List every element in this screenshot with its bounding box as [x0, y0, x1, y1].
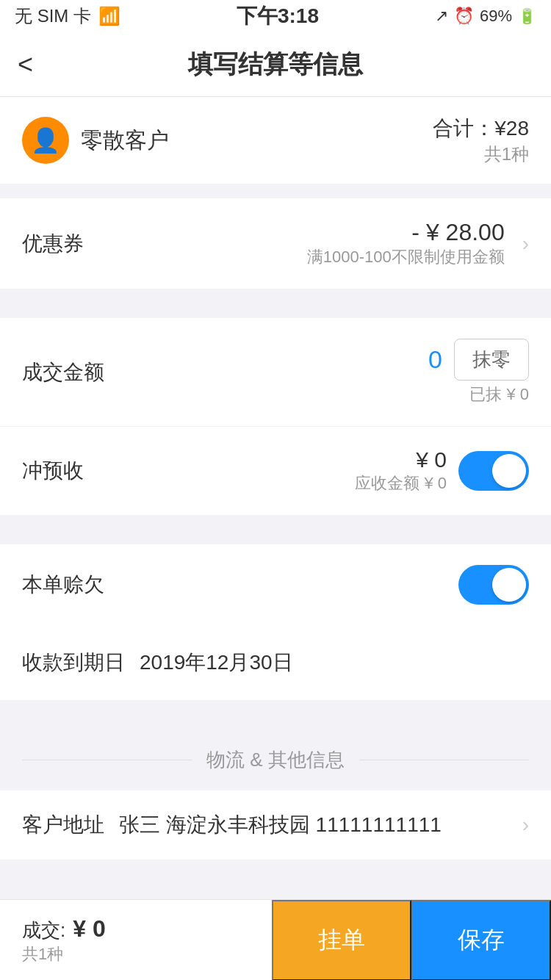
debt-label: 本单赊欠: [22, 571, 104, 599]
debt-row: 本单赊欠: [0, 544, 551, 625]
due-date-label: 收款到期日: [22, 649, 125, 677]
total-amount: 合计：¥28: [433, 115, 529, 143]
footer-deal-amount: ¥ 0: [73, 915, 105, 943]
total-count: 共1种: [433, 143, 529, 166]
customer-row: 👤 零散客户 合计：¥28 共1种: [0, 97, 551, 184]
status-right: ↗ ⏰ 69% 🔋: [435, 7, 536, 26]
save-button[interactable]: 保存: [411, 900, 551, 981]
status-bar: 无 SIM 卡 📶 下午3:18 ↗ ⏰ 69% 🔋: [0, 0, 551, 32]
debt-toggle-knob: [492, 568, 526, 602]
coupon-right: - ¥ 28.00 满1000-100不限制使用金额 ›: [307, 219, 529, 268]
precharge-toggle[interactable]: [458, 451, 529, 491]
debt-toggle[interactable]: [458, 565, 529, 605]
status-left: 无 SIM 卡 📶: [15, 4, 120, 28]
deal-amount-sub: 已抹 ¥ 0: [469, 383, 529, 406]
divider-line-left: [22, 760, 192, 760]
customer-left: 👤 零散客户: [22, 117, 169, 164]
battery-icon: 🔋: [518, 7, 536, 25]
due-date-row: 收款到期日 2019年12月30日: [0, 625, 551, 700]
deal-amount-section: 成交金额 0 抹零 已抹 ¥ 0 冲预收 ¥ 0 应收金额 ¥ 0: [0, 318, 551, 515]
divider-line-right: [359, 760, 529, 760]
location-icon: ↗: [435, 7, 448, 26]
round-button[interactable]: 抹零: [454, 339, 529, 381]
coupon-info: - ¥ 28.00 满1000-100不限制使用金额: [307, 219, 505, 268]
divider-1: [0, 303, 551, 318]
battery-text: 69%: [480, 7, 512, 26]
coupon-label: 优惠券: [22, 230, 84, 258]
coupon-row[interactable]: 优惠券 - ¥ 28.00 满1000-100不限制使用金额 ›: [0, 198, 551, 289]
coupon-amount: - ¥ 28.00: [307, 219, 505, 246]
status-time: 下午3:18: [237, 2, 319, 30]
chevron-icon: ›: [522, 232, 529, 256]
alarm-icon: ⏰: [454, 7, 474, 26]
debt-section: 本单赊欠 收款到期日 2019年12月30日: [0, 544, 551, 700]
precharge-amount: ¥ 0: [355, 447, 447, 472]
page-title: 填写结算等信息: [188, 48, 363, 82]
footer-info: 成交: ¥ 0 共1种: [0, 915, 272, 965]
avatar-icon: 👤: [31, 126, 60, 154]
footer-count: 共1种: [22, 943, 250, 965]
carrier-text: 无 SIM 卡: [15, 4, 91, 28]
precharge-sub: 应收金额 ¥ 0: [355, 472, 447, 494]
customer-section: 👤 零散客户 合计：¥28 共1种: [0, 97, 551, 184]
wifi-icon: 📶: [98, 6, 120, 26]
deal-amount-right: 0 抹零 已抹 ¥ 0: [398, 339, 529, 406]
address-label: 客户地址: [22, 811, 104, 839]
address-chevron-icon: ›: [522, 813, 529, 837]
logistics-text: 物流 & 其他信息: [206, 747, 345, 773]
deal-amount-input[interactable]: 0: [398, 345, 442, 374]
logistics-separator: 物流 & 其他信息: [0, 729, 551, 790]
customer-right: 合计：¥28 共1种: [433, 115, 529, 166]
coupon-section: 优惠券 - ¥ 28.00 满1000-100不限制使用金额 ›: [0, 198, 551, 289]
hang-button[interactable]: 挂单: [272, 900, 411, 981]
deal-amount-values: 0 抹零 已抹 ¥ 0: [398, 339, 529, 406]
precharge-info: ¥ 0 应收金额 ¥ 0: [355, 447, 447, 494]
precharge-right: ¥ 0 应收金额 ¥ 0: [355, 447, 529, 494]
due-date-value: 2019年12月30日: [140, 649, 293, 677]
address-row[interactable]: 客户地址 张三 海淀永丰科技园 11111111111 ›: [0, 790, 551, 860]
customer-name: 零散客户: [81, 126, 169, 156]
precharge-label: 冲预收: [22, 457, 84, 485]
debt-right: [458, 565, 529, 605]
nav-bar: < 填写结算等信息: [0, 32, 551, 97]
divider-3: [0, 715, 551, 729]
address-value: 张三 海淀永丰科技园 11111111111: [119, 811, 516, 839]
deal-amount-row: 成交金额 0 抹零 已抹 ¥ 0: [0, 318, 551, 426]
deal-amount-label: 成交金额: [22, 359, 104, 386]
back-button[interactable]: <: [18, 49, 33, 80]
footer-deal-label: 成交:: [22, 918, 65, 943]
avatar: 👤: [22, 117, 69, 164]
address-section: 客户地址 张三 海淀永丰科技园 11111111111 ›: [0, 790, 551, 860]
coupon-desc: 满1000-100不限制使用金额: [307, 246, 505, 268]
divider-2: [0, 530, 551, 544]
content: 👤 零散客户 合计：¥28 共1种 优惠券 - ¥ 28.00 满1000-10…: [0, 97, 551, 980]
precharge-row: 冲预收 ¥ 0 应收金额 ¥ 0: [0, 426, 551, 515]
toggle-knob: [492, 454, 526, 488]
footer: 成交: ¥ 0 共1种 挂单 保存: [0, 899, 551, 980]
